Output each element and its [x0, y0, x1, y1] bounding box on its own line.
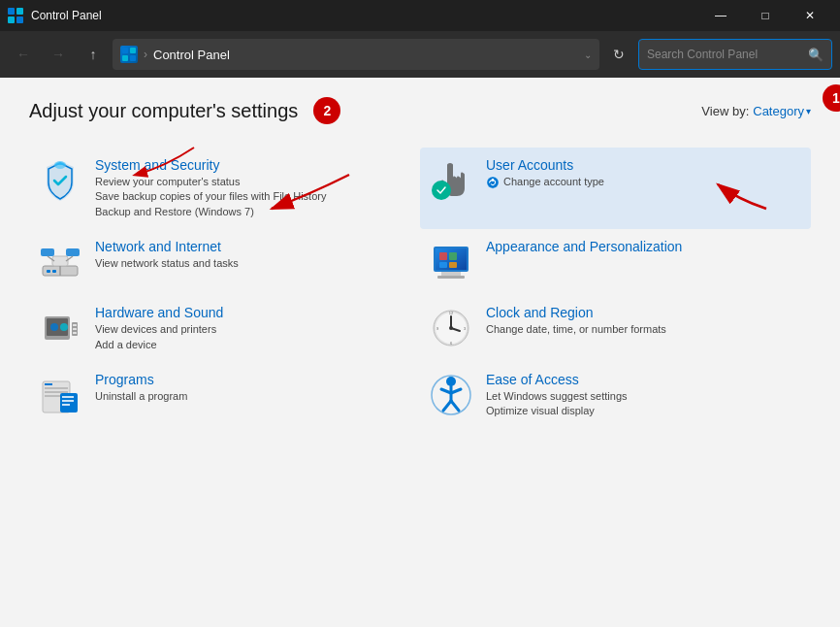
- svg-point-12: [492, 179, 495, 182]
- window-title: Control Panel: [31, 9, 102, 22]
- chevron-down-icon: ▾: [806, 106, 811, 116]
- user-accounts-desc: Change account type: [486, 175, 803, 189]
- svg-point-44: [449, 326, 453, 330]
- nav-bar: ← → ↑ › Control Panel ⌄ ↻ 🔍: [0, 31, 840, 78]
- svg-point-9: [432, 181, 451, 200]
- network-text: Network and Internet View network status…: [95, 239, 412, 271]
- svg-rect-52: [45, 395, 60, 397]
- network-icon: [37, 239, 83, 285]
- user-accounts-name[interactable]: User Accounts: [486, 157, 803, 173]
- svg-rect-56: [62, 400, 74, 402]
- search-bar[interactable]: 🔍: [638, 39, 832, 70]
- categories-grid: System and Security Review your computer…: [29, 148, 811, 429]
- svg-rect-37: [73, 332, 77, 334]
- svg-line-62: [443, 401, 451, 411]
- system-security-text: System and Security Review your computer…: [95, 157, 412, 219]
- svg-rect-1: [16, 8, 23, 15]
- window-controls: — □ ✕: [698, 0, 832, 31]
- category-user-accounts[interactable]: User Accounts Change account type: [420, 148, 811, 229]
- address-text: Control Panel: [153, 48, 230, 62]
- view-by-value[interactable]: Category ▾: [753, 104, 811, 118]
- up-button[interactable]: ↑: [78, 39, 109, 70]
- network-name[interactable]: Network and Internet: [95, 239, 412, 254]
- programs-name[interactable]: Programs: [95, 372, 412, 387]
- svg-rect-26: [441, 272, 461, 276]
- ease-access-name[interactable]: Ease of Access: [486, 372, 803, 387]
- svg-rect-53: [45, 383, 52, 385]
- content-header: Adjust your computer's settings 2 View b…: [29, 97, 811, 124]
- annotation-badge-2: 2: [313, 97, 340, 124]
- close-button[interactable]: ✕: [788, 0, 832, 31]
- category-hardware[interactable]: Hardware and Sound View devices and prin…: [29, 295, 420, 362]
- clock-icon: 12 3 6 9: [428, 305, 474, 351]
- svg-rect-14: [47, 270, 50, 273]
- ease-access-text: Ease of Access Let Windows suggest setti…: [486, 372, 803, 419]
- svg-point-38: [50, 323, 58, 331]
- user-accounts-text: User Accounts Change account type: [486, 157, 803, 189]
- clock-desc: Change date, time, or number formats: [486, 322, 803, 337]
- svg-rect-31: [449, 262, 457, 268]
- category-programs[interactable]: Programs Uninstall a program: [29, 362, 420, 429]
- category-system-security[interactable]: System and Security Review your computer…: [29, 148, 420, 229]
- system-security-icon: [37, 157, 83, 204]
- search-icon: 🔍: [808, 48, 824, 62]
- address-icon: [120, 46, 138, 63]
- user-accounts-icon: [428, 157, 474, 204]
- svg-rect-17: [52, 256, 68, 266]
- app-icon: [8, 8, 23, 23]
- category-clock[interactable]: 12 3 6 9 Clock and Region Change date, t…: [420, 295, 811, 362]
- change-account-icon: [486, 176, 500, 189]
- hardware-icon: [37, 305, 83, 351]
- svg-text:12: 12: [449, 311, 454, 315]
- refresh-button[interactable]: ↻: [603, 39, 634, 70]
- svg-rect-28: [439, 252, 447, 260]
- hardware-text: Hardware and Sound View devices and prin…: [95, 305, 412, 352]
- ease-access-icon: [428, 372, 474, 418]
- category-ease-access[interactable]: Ease of Access Let Windows suggest setti…: [420, 362, 811, 429]
- svg-rect-6: [122, 55, 128, 61]
- svg-rect-2: [8, 16, 15, 23]
- svg-rect-30: [439, 262, 447, 268]
- clock-name[interactable]: Clock and Region: [486, 305, 803, 320]
- appearance-text: Appearance and Personalization: [486, 239, 803, 256]
- programs-icon: [37, 372, 83, 418]
- svg-rect-15: [52, 270, 56, 273]
- svg-rect-5: [130, 48, 136, 53]
- system-security-desc: Review your computer's status Save backu…: [95, 175, 412, 219]
- title-bar: Control Panel — □ ✕: [0, 0, 840, 31]
- back-button[interactable]: ←: [8, 39, 39, 70]
- svg-point-39: [60, 323, 68, 331]
- appearance-icon: [428, 239, 474, 285]
- category-appearance[interactable]: Appearance and Personalization: [420, 229, 811, 295]
- svg-rect-0: [8, 8, 15, 15]
- appearance-name[interactable]: Appearance and Personalization: [486, 239, 803, 254]
- address-bar[interactable]: › Control Panel ⌄: [113, 39, 599, 70]
- view-by-label: View by:: [701, 104, 749, 118]
- minimize-button[interactable]: —: [698, 0, 743, 31]
- page-title: Adjust your computer's settings: [29, 100, 298, 122]
- programs-text: Programs Uninstall a program: [95, 372, 412, 404]
- address-chevron: ⌄: [584, 50, 592, 60]
- forward-button[interactable]: →: [43, 39, 74, 70]
- svg-rect-55: [62, 396, 74, 398]
- svg-rect-19: [41, 248, 54, 256]
- address-separator: ›: [144, 48, 147, 61]
- ease-access-desc: Let Windows suggest settings Optimize vi…: [486, 389, 803, 419]
- svg-rect-57: [62, 404, 70, 406]
- svg-rect-7: [130, 55, 136, 61]
- main-content: Adjust your computer's settings 2 View b…: [0, 78, 840, 627]
- category-network[interactable]: Network and Internet View network status…: [29, 229, 420, 295]
- svg-rect-20: [66, 248, 80, 256]
- network-desc: View network status and tasks: [95, 256, 412, 271]
- maximize-button[interactable]: □: [743, 0, 788, 31]
- hardware-name[interactable]: Hardware and Sound: [95, 305, 412, 320]
- programs-desc: Uninstall a program: [95, 389, 412, 404]
- annotation-badge-1: 1: [823, 84, 840, 112]
- system-security-name[interactable]: System and Security: [95, 157, 412, 173]
- search-input[interactable]: [647, 48, 804, 61]
- svg-rect-51: [45, 391, 68, 393]
- svg-rect-3: [16, 16, 23, 23]
- svg-rect-50: [45, 387, 68, 389]
- svg-rect-35: [73, 324, 77, 326]
- title-bar-left: Control Panel: [8, 8, 102, 23]
